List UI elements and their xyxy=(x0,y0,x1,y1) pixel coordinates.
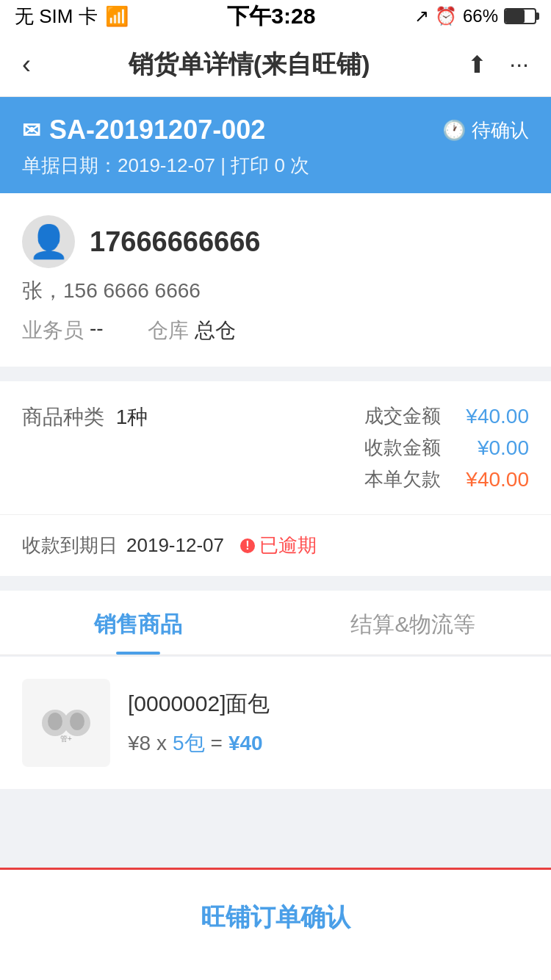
order-id-text: SA-20191207-002 xyxy=(49,115,265,145)
customer-meta: 业务员 -- 仓库 总仓 xyxy=(22,317,529,345)
product-section: 管+ [0000002]面包 ¥8 x 5包 = ¥40 xyxy=(0,657,551,789)
alarm-icon: ⏰ xyxy=(435,6,457,26)
share-icon[interactable]: ⬆ xyxy=(467,51,487,79)
battery-icon xyxy=(504,8,536,24)
customer-name: 张，156 6666 6666 xyxy=(22,277,529,305)
svg-point-3 xyxy=(70,713,84,730)
status-clock-icon: 🕐 xyxy=(442,119,466,142)
location-icon: ↗ xyxy=(414,6,429,26)
order-status-text: 待确认 xyxy=(472,118,529,143)
summary-left: 商品种类 1种 xyxy=(22,403,148,431)
product-price-equals: = xyxy=(211,732,223,755)
warehouse-item: 仓库 总仓 xyxy=(148,317,236,345)
tab-settlement[interactable]: 结算&物流等 xyxy=(276,591,551,655)
overdue-text: 已逾期 xyxy=(259,533,317,558)
customer-phone: 17666666666 xyxy=(90,226,260,258)
product-name: [0000002]面包 xyxy=(128,689,529,719)
product-price-total: ¥40 xyxy=(228,732,263,755)
tab-settlement-label: 结算&物流等 xyxy=(350,612,475,636)
customer-row: 👤 17666666666 xyxy=(22,215,529,268)
deal-amount-value: ¥40.00 xyxy=(455,405,529,428)
due-date-label: 收款到期日 xyxy=(22,533,118,558)
summary-section: 商品种类 1种 成交金额 ¥40.00 收款金额 ¥0.00 本单欠款 ¥40.… xyxy=(0,381,551,514)
more-icon[interactable]: ··· xyxy=(509,51,529,78)
warehouse-value: 总仓 xyxy=(195,317,236,345)
summary-right: 成交金额 ¥40.00 收款金额 ¥0.00 本单欠款 ¥40.00 xyxy=(364,403,529,492)
customer-avatar: 👤 xyxy=(22,215,75,268)
item-type-label: 商品种类 xyxy=(22,406,104,428)
product-price-base: ¥8 x xyxy=(128,732,167,755)
bottom-bar: 旺铺订单确认 xyxy=(0,868,551,980)
product-logo: 管+ xyxy=(37,701,96,745)
deal-amount-label: 成交金额 xyxy=(364,403,441,429)
salesperson-item: 业务员 -- xyxy=(22,317,104,345)
order-id: ✉ SA-20191207-002 xyxy=(22,115,265,145)
svg-text:管+: 管+ xyxy=(60,735,72,743)
confirm-order-button[interactable]: 旺铺订单确认 xyxy=(29,884,522,951)
nav-bar: ‹ 销货单详情(来自旺铺) ⬆ ··· xyxy=(0,32,551,97)
product-price-qty: 5包 xyxy=(173,729,205,757)
svg-point-2 xyxy=(48,713,62,730)
order-status: 🕐 待确认 xyxy=(442,118,529,143)
received-amount-label: 收款金额 xyxy=(364,435,441,461)
order-header: ✉ SA-20191207-002 🕐 待确认 单据日期：2019-12-07 … xyxy=(0,97,551,193)
received-amount-row: 收款金额 ¥0.00 xyxy=(364,435,529,461)
status-bar: 无 SIM 卡 📶 下午3:28 ↗ ⏰ 66% xyxy=(0,0,551,32)
page-title: 销货单详情(来自旺铺) xyxy=(129,48,370,82)
warehouse-label: 仓库 xyxy=(148,317,189,345)
salesperson-value: -- xyxy=(90,317,104,345)
tab-products-label: 销售商品 xyxy=(94,612,182,636)
carrier-label: 无 SIM 卡 xyxy=(15,4,98,29)
overdue-badge: ! 已逾期 xyxy=(240,533,317,558)
tab-bar: 销售商品 结算&物流等 xyxy=(0,591,551,655)
owed-amount-label: 本单欠款 xyxy=(364,466,441,492)
salesperson-label: 业务员 xyxy=(22,317,84,345)
owed-amount-value: ¥40.00 xyxy=(455,468,529,491)
customer-section: 👤 17666666666 张，156 6666 6666 业务员 -- 仓库 … xyxy=(0,193,551,367)
due-date-value: 2019-12-07 xyxy=(126,534,224,557)
status-right: ↗ ⏰ 66% xyxy=(414,6,536,26)
due-date-section: 收款到期日 2019-12-07 ! 已逾期 xyxy=(0,514,551,576)
battery-label: 66% xyxy=(463,6,498,26)
item-type-count: 1种 xyxy=(116,406,148,428)
product-info: [0000002]面包 ¥8 x 5包 = ¥40 xyxy=(128,689,529,757)
wifi-icon: 📶 xyxy=(105,5,129,28)
product-price-row: ¥8 x 5包 = ¥40 xyxy=(128,729,529,757)
back-button[interactable]: ‹ xyxy=(22,49,31,80)
order-icon: ✉ xyxy=(22,118,40,143)
owed-amount-row: 本单欠款 ¥40.00 xyxy=(364,466,529,492)
order-id-row: ✉ SA-20191207-002 🕐 待确认 xyxy=(22,115,529,145)
status-time: 下午3:28 xyxy=(227,1,315,32)
product-item: 管+ [0000002]面包 ¥8 x 5包 = ¥40 xyxy=(0,657,551,789)
product-thumbnail: 管+ xyxy=(22,679,110,767)
nav-actions: ⬆ ··· xyxy=(467,51,529,79)
deal-amount-row: 成交金额 ¥40.00 xyxy=(364,403,529,429)
avatar-icon: 👤 xyxy=(29,223,69,261)
tab-products[interactable]: 销售商品 xyxy=(0,591,276,655)
overdue-icon: ! xyxy=(240,538,255,553)
received-amount-value: ¥0.00 xyxy=(455,436,529,460)
order-date: 单据日期：2019-12-07 | 打印 0 次 xyxy=(22,153,529,179)
status-left: 无 SIM 卡 📶 xyxy=(15,4,129,29)
